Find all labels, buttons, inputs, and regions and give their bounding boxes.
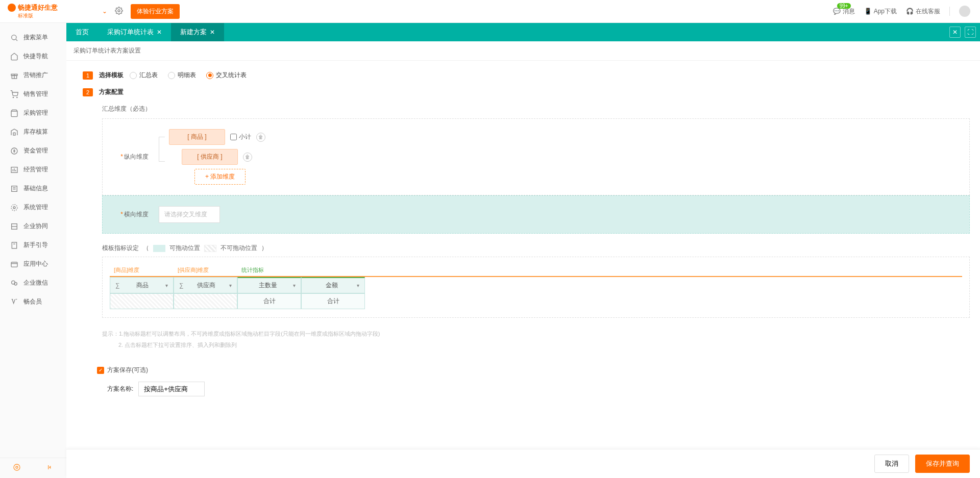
template-radio-2[interactable]: 交叉统计表	[206, 71, 247, 80]
footer-actions: 取消 保存并查询	[66, 449, 980, 478]
group-header-supplier: [供应商]维度	[174, 264, 237, 276]
sidebar-item-label: 营销推广	[23, 71, 48, 80]
close-icon[interactable]: ✕	[157, 29, 162, 36]
search-icon	[10, 34, 18, 42]
sidebar-item-label: 基础信息	[23, 184, 48, 193]
sidebar: 搜索菜单快捷导航营销推广销售管理采购管理库存核算资金管理经营管理基础信息系统管理…	[0, 23, 66, 478]
indicator-title: 模板指标设定	[102, 244, 139, 253]
app-header: 畅捷通好生意 标准版 ⌄ 体验行业方案 💬 消息 99+ 📱 App下载 🎧 在…	[0, 0, 980, 23]
sidebar-item-7[interactable]: 经营管理	[0, 160, 66, 179]
sidebar-item-13[interactable]: 企业微信	[0, 273, 66, 292]
chevron-down-icon[interactable]: ▾	[165, 283, 168, 288]
close-icon[interactable]: ✕	[210, 29, 215, 36]
tab-2[interactable]: 新建方案✕	[171, 23, 224, 41]
step-1-badge: 1	[83, 71, 93, 80]
messages-button[interactable]: 💬 消息 99+	[833, 7, 855, 16]
sidebar-item-6[interactable]: 资金管理	[0, 141, 66, 160]
sidebar-item-4[interactable]: 采购管理	[0, 104, 66, 122]
delete-dimension-button[interactable]: 🗑	[256, 133, 265, 142]
sidebar-item-9[interactable]: 系统管理	[0, 198, 66, 217]
sidebar-item-2[interactable]: 营销推广	[0, 66, 66, 85]
col-header-supplier[interactable]: ∑供应商▾	[174, 277, 237, 293]
svg-point-1	[12, 35, 16, 39]
sidebar-item-0[interactable]: 搜索菜单	[0, 28, 66, 47]
legend-nondraggable-icon	[204, 245, 216, 252]
delete-dimension-button[interactable]: 🗑	[243, 153, 252, 162]
template-radio-0[interactable]: 汇总表	[130, 71, 158, 80]
sidebar-item-label: 快捷导航	[23, 52, 48, 61]
sidebar-item-11[interactable]: 新手引导	[0, 236, 66, 255]
sidebar-item-label: 新手引导	[23, 241, 48, 249]
scheme-name-input[interactable]	[138, 382, 205, 396]
phone-icon: 📱	[864, 8, 872, 15]
horizontal-dimension-block: *横向维度 请选择交叉维度	[102, 195, 970, 234]
online-service-button[interactable]: 🎧 在线客服	[906, 7, 940, 16]
save-scheme-label: 方案保存(可选)	[107, 366, 148, 374]
chevron-down-icon[interactable]: ⌄	[102, 8, 107, 15]
total-cell-quantity: 合计	[237, 293, 301, 309]
sidebar-item-1[interactable]: 快捷导航	[0, 47, 66, 66]
col-header-amount[interactable]: 金额▾	[301, 277, 365, 293]
save-and-query-button[interactable]: 保存并查询	[915, 455, 970, 473]
bag-icon	[10, 109, 18, 117]
sidebar-item-label: 企业微信	[23, 279, 48, 287]
radio-icon	[168, 72, 175, 79]
add-dimension-button[interactable]: + 添加维度	[194, 169, 246, 185]
chevron-down-icon[interactable]: ▾	[229, 283, 232, 288]
svg-line-2	[16, 39, 17, 41]
message-badge: 99+	[837, 3, 851, 9]
money-icon	[10, 147, 18, 155]
breadcrumb: 采购订单统计表方案设置	[66, 41, 980, 61]
save-scheme-checkbox[interactable]: ✓	[97, 367, 104, 374]
tab-0[interactable]: 首页	[66, 23, 98, 41]
sidebar-item-5[interactable]: 库存核算	[0, 122, 66, 141]
subtotal-checkbox[interactable]: 小计	[230, 133, 251, 141]
sidebar-item-label: 采购管理	[23, 109, 48, 117]
divider	[949, 7, 950, 16]
sidebar-settings-button[interactable]	[0, 458, 33, 478]
sidebar-item-label: 畅会员	[23, 297, 42, 306]
hints-text: 提示：1.拖动标题栏可以调整布局，不可跨维度或指标区域拖动栏目字段(只能在同一维…	[102, 328, 970, 350]
svg-point-28	[14, 464, 20, 470]
sidebar-item-label: 应用中心	[23, 260, 48, 268]
home-icon	[10, 53, 18, 61]
settings-gear-icon[interactable]	[115, 7, 123, 16]
radio-icon	[206, 72, 213, 79]
close-all-tabs-button[interactable]: ✕	[949, 27, 961, 38]
chevron-down-icon[interactable]: ▾	[357, 283, 359, 288]
sidebar-collapse-button[interactable]	[33, 458, 66, 478]
headset-icon: 🎧	[906, 8, 914, 15]
template-radio-1[interactable]: 明细表	[168, 71, 196, 80]
sidebar-item-label: 经营管理	[23, 165, 48, 174]
info-icon	[10, 185, 18, 193]
sidebar-item-10[interactable]: 企业协同	[0, 217, 66, 236]
logo-icon	[8, 4, 16, 12]
sidebar-item-3[interactable]: 销售管理	[0, 85, 66, 104]
col-header-quantity[interactable]: 主数量▾	[237, 277, 301, 293]
svg-rect-21	[12, 242, 16, 248]
sidebar-item-12[interactable]: 应用中心	[0, 255, 66, 273]
svg-point-7	[17, 97, 17, 97]
tab-1[interactable]: 采购订单统计表✕	[98, 23, 171, 41]
cancel-button[interactable]: 取消	[874, 455, 909, 473]
experience-plan-button[interactable]: 体验行业方案	[131, 4, 180, 19]
col-header-product[interactable]: ∑商品▾	[110, 277, 174, 293]
total-cell-empty	[110, 293, 174, 309]
dimension-tag-product[interactable]: [ 商品 ]	[169, 129, 225, 145]
fullscreen-button[interactable]: ⛶	[965, 27, 976, 38]
cart-icon	[10, 90, 18, 98]
sidebar-item-14[interactable]: 畅会员	[0, 292, 66, 311]
step-1-title: 选择模板	[99, 71, 124, 80]
sidebar-item-8[interactable]: 基础信息	[0, 179, 66, 198]
chevron-down-icon[interactable]: ▾	[293, 283, 296, 288]
svg-rect-9	[13, 133, 15, 135]
sidebar-item-label: 资金管理	[23, 146, 48, 155]
dimension-tag-supplier[interactable]: [ 供应商 ]	[182, 149, 238, 165]
user-menu[interactable]	[959, 6, 972, 17]
step-2-title: 方案配置	[99, 88, 124, 96]
group-header-stat: 统计指标	[237, 264, 268, 276]
app-download-button[interactable]: 📱 App下载	[864, 7, 897, 16]
svg-point-27	[16, 466, 18, 468]
cross-dimension-select[interactable]: 请选择交叉维度	[159, 206, 220, 223]
svg-rect-23	[11, 262, 17, 267]
